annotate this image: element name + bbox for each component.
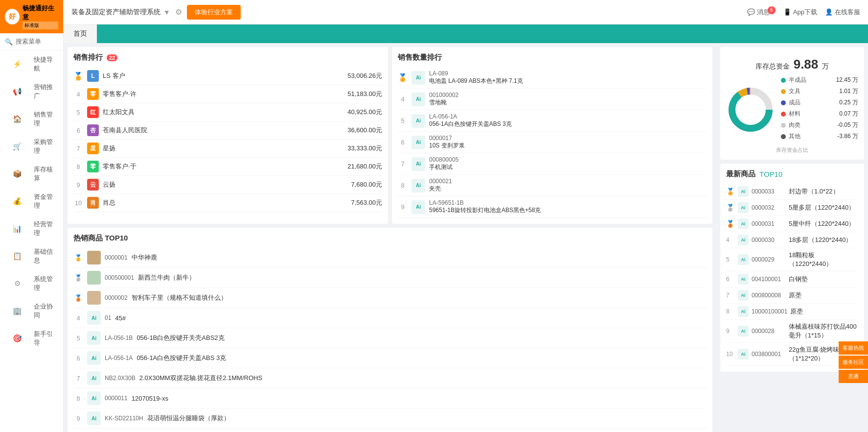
sidebar-item-enterprise[interactable]: 🏢 企业协同 [0,297,63,325]
sidebar-item-operations[interactable]: 📊 经营管理 [0,215,63,242]
sidebar-item-guide[interactable]: 🎯 新手引导 [0,325,63,352]
newest-item-3: 🥉 Ai 0000031 5厘中纤（1220*2440） [726,216,858,232]
legend-dot-meat [781,123,786,128]
qty-rank-item-3: 5 Ai LA-056-1A 056-1A白色按键开关盖ABS 3克 [398,110,707,132]
rank-item-3: 5 红 红太阳文具 40,925.00元 [73,103,382,121]
newest-img-7: Ai [738,290,749,301]
system-icon: ⚙ [5,279,30,288]
legend-item-material: 材料 0.07 万 [781,110,858,118]
sidebar: 好 畅捷通好生意 标准版 🔍 搜索菜单 ⚡ 快捷导航 📢 营销推广 🏠 销售管理… [0,0,64,432]
avatar-7: 云 [87,179,99,191]
settings-icon[interactable]: ⚙ [175,7,182,17]
message-icon: 💬 [747,8,755,16]
hot-product-9: 9 Ai KK-SD22110H 花语萌恒温分腿睡袋（厚款） [73,408,707,429]
service-group[interactable]: 👤 在线客服 [825,8,860,17]
hot-product-img-2 [87,271,101,285]
sidebar-item-marketing[interactable]: 📢 营销推广 [0,78,63,105]
hot-product-2: 🥈 000500001 新西兰牛肉（新牛） [73,268,707,288]
client-name-2: 零售客户·许 [103,90,343,98]
hot-product-placeholder-6: Ai [87,351,101,365]
qty-rank-item-4: 6 Ai 0000017 10S 变刹罗浆 [398,132,707,153]
sidebar-item-system[interactable]: ⚙ 系统管理 [0,270,63,297]
hot-product-placeholder-5: Ai [87,331,101,345]
qty-rank-item-5: 7 Ai 000800005 手机测试 [398,153,707,175]
hot-product-1: 🥇 0000001 中华神鹿 [73,248,707,268]
trial-button[interactable]: 体验行业方案 [187,5,241,20]
message-group[interactable]: 💬 消息 6 [747,8,776,17]
hot-product-8: 8 Ai 0000011 12070519-xs [73,388,707,408]
search-menu-item[interactable]: 🔍 搜索菜单 [0,33,63,50]
tab-home[interactable]: 首页 [64,24,97,43]
sidebar-item-quick-nav[interactable]: ⚡ 快捷导航 [0,50,63,78]
operations-icon: 📊 [5,224,30,233]
avatar-2: 零 [87,88,99,100]
system-title: 装备及固定资产辅助管理系统 [71,8,160,17]
hot-product-7: 7 Ai NB2.0X30B 2.0X30MM双搓花轴.搓花直径2.1MM/RO… [73,368,707,388]
float-buttons: 客服热线 服务社区 直播 [839,341,868,383]
hot-product-img-1 [87,251,101,264]
content-area: 销售排行 22 🏅 L LS 客户 53,006.26元 4 零 [64,43,868,432]
client-name-5: 星扬 [103,144,343,153]
newest-img-8: Ai [738,306,749,317]
newest-item-1: 🏅 Ai 0000033 封边带（1.0*22） [726,184,858,200]
sales-rank-badge: 22 [107,54,117,61]
float-btn-service[interactable]: 客服热线 [839,341,868,355]
qty-product-img-4: Ai [411,136,425,149]
qty-rank-item-2: 4 Ai 001000002 雪地靴 [398,89,707,110]
legend-item-meat: 肉类 -0.05 万 [781,121,858,129]
float-btn-community[interactable]: 服务社区 [839,356,868,369]
sidebar-item-basics[interactable]: 📋 基础信息 [0,242,63,270]
finance-icon: 💰 [5,197,30,206]
newest-item-6: 6 Ai 004100001 白钢垫 [726,271,858,288]
hot-medal-1: 🥇 [73,253,83,263]
system-title-group: 装备及固定资产辅助管理系统 ▼ [71,8,170,17]
client-name-7: 云扬 [103,180,347,189]
sales-rank-list: 🏅 L LS 客户 53,006.26元 4 零 零售客户·许 51,183.0… [73,67,382,212]
newest-products-list: 🏅 Ai 0000033 封边带（1.0*22） 🥈 Ai 0000032 5厘… [726,184,858,366]
inventory-total: 库存总资金 9.88 万 [726,53,858,76]
sidebar-item-inventory[interactable]: 📦 库存核算 [0,160,63,188]
sidebar-item-finance[interactable]: 💰 资金管理 [0,188,63,215]
legend-dot-material [781,112,786,117]
qty-product-img-5: Ai [411,157,425,171]
avatar-1: L [87,70,99,82]
newest-item-8: 8 Ai 10000100001 原垄 [726,304,858,320]
client-name-8: 肖总 [103,198,347,207]
avatar-4: 杏 [87,124,99,136]
app-download-group[interactable]: 📱 App下载 [783,8,817,17]
client-value-3: 40,925.00元 [347,108,382,117]
legend-dot-finished [781,100,786,105]
rank-item-8: 10 肖 肖总 7,563.00元 [73,194,382,212]
client-value-1: 53,006.26元 [347,72,382,80]
newest-img-4: Ai [738,235,749,245]
sales-rank-title: 销售排行 22 [73,53,382,62]
sidebar-logo: 好 畅捷通好生意 标准版 [0,0,63,33]
rank-item-7: 9 云 云扬 7,680.00元 [73,176,382,194]
qty-rank-item-1: 🏅 Ai LA-089 电池盖 LA-089 ABS本色+黑种 7.1克 [398,67,707,89]
service-icon: 👤 [825,8,833,16]
newest-products-title: 最新商品 TOP10 [726,169,858,179]
nav-tabs: 首页 [64,24,868,43]
inventory-subtitle: 库存资金占比 [726,146,858,154]
client-name-3: 红太阳文具 [103,108,343,117]
newest-item-2: 🥈 Ai 0000032 5厘多层（1220*2440） [726,200,858,216]
qty-rank-title: 销售数量排行 [398,53,707,62]
client-value-5: 33,333.00元 [347,144,382,153]
quick-nav-icon: ⚡ [5,60,30,69]
dropdown-icon[interactable]: ▼ [163,8,170,16]
basics-icon: 📋 [5,252,30,261]
sidebar-item-sales[interactable]: 🏠 销售管理 [0,105,63,133]
qty-product-img-3: Ai [411,114,425,128]
legend-item-semifinished: 半成品 12.45 万 [781,76,858,84]
client-name-6: 零售客户·于 [103,162,343,171]
qty-product-img-6: Ai [411,179,425,192]
legend-item-finished: 成品 0.25 万 [781,98,858,107]
qty-product-img-7: Ai [411,200,425,214]
qty-rank-item-7: 9 Ai LA-59651-1B 59651-1B旋转投影灯电池盒ABS黑色+5… [398,196,707,218]
hot-product-placeholder-8: Ai [87,391,101,405]
float-btn-live[interactable]: 直播 [839,370,868,383]
client-value-4: 36,600.00元 [347,126,382,135]
hot-product-6: 6 Ai LA-056-1A 056-1A白色按键开关盖ABS 3克 [73,348,707,368]
sidebar-item-purchase[interactable]: 🛒 采购管理 [0,133,63,160]
qty-rank-item-6: 8 Ai 0000021 夹壳 [398,175,707,196]
